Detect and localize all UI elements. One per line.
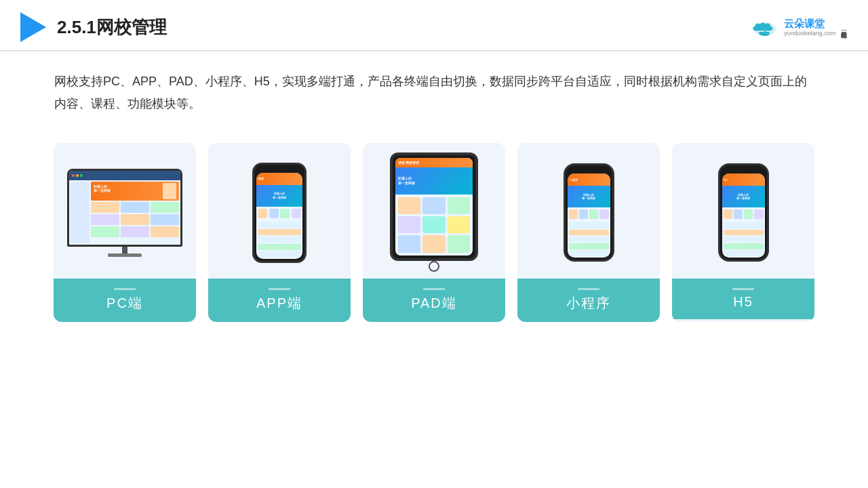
page-title: 2.5.1网校管理	[57, 16, 167, 39]
card-pc: 职通人的第一堂网课	[54, 143, 196, 322]
card-image-miniprogram: 小程序 职通人的第一堂网课	[517, 143, 660, 279]
card-image-pc: 职通人的第一堂网课	[54, 143, 196, 279]
svg-rect-2	[764, 35, 766, 36]
h5-phone-icon: H5 职通人的第一堂网课	[718, 163, 769, 262]
cloud-icon	[750, 17, 780, 37]
card-app: 课堂 职通人的第一堂网课	[208, 143, 351, 322]
card-miniprogram: 小程序 职通人的第一堂网课	[517, 143, 660, 322]
brand-text: 云朵课堂 yunduoketang.com	[784, 18, 835, 37]
header-left: 2.5.1网校管理	[20, 12, 167, 42]
description-text: 网校支持PC、APP、PAD、小程序、H5，实现多端打通，产品各终端自由切换，数…	[0, 52, 868, 123]
card-pad: 课堂 网校管理 职通人的第一堂网课	[363, 143, 505, 322]
card-label-miniprogram: 小程序	[517, 279, 660, 322]
logo-triangle-icon	[20, 12, 46, 42]
card-image-h5: H5 职通人的第一堂网课	[672, 143, 814, 279]
pc-device-icon: 职通人的第一堂网课	[67, 169, 182, 257]
card-label-pad: PAD端	[363, 279, 505, 322]
cards-container: 职通人的第一堂网课	[0, 123, 868, 342]
pad-device-icon: 课堂 网校管理 职通人的第一堂网课	[390, 152, 478, 273]
header: 2.5.1网校管理 云朵课堂 yunduoketang.com 教育机构一站式服…	[0, 0, 868, 52]
brand-logo: 云朵课堂 yunduoketang.com 教育机构一站式服务云平台	[750, 17, 848, 37]
card-image-app: 课堂 职通人的第一堂网课	[208, 143, 351, 279]
card-label-h5: H5	[672, 279, 814, 319]
card-label-pc: PC端	[54, 279, 196, 322]
card-label-app: APP端	[208, 279, 351, 322]
app-phone-icon: 课堂 职通人的第一堂网课	[252, 163, 307, 263]
header-right: 云朵课堂 yunduoketang.com 教育机构一站式服务云平台	[750, 17, 848, 37]
miniprogram-phone-icon: 小程序 职通人的第一堂网课	[564, 163, 614, 262]
brand-name: 云朵课堂	[784, 18, 825, 30]
card-h5: H5 职通人的第一堂网课	[672, 143, 814, 322]
card-image-pad: 课堂 网校管理 职通人的第一堂网课	[363, 143, 505, 279]
brand-url: yunduoketang.com	[784, 30, 835, 37]
